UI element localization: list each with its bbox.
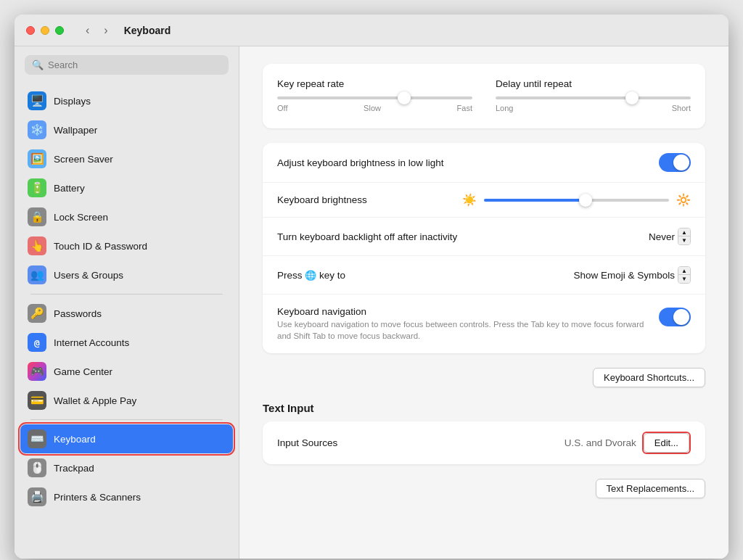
lock-screen-icon: 🔒 <box>28 207 46 226</box>
text-replacements-button[interactable]: Text Replacements... <box>596 479 705 498</box>
fullscreen-button[interactable] <box>55 26 64 35</box>
stepper-up[interactable]: ▲ <box>678 228 690 236</box>
sidebar-item-internet-accounts[interactable]: @ Internet Accounts <box>20 328 233 357</box>
wallpaper-icon: ❄️ <box>28 120 46 139</box>
key-repeat-slow: Slow <box>364 104 381 112</box>
keyboard-brightness-label: Keyboard brightness <box>277 194 462 205</box>
text-input-section: Text Input Input Sources U.S. and Dvorak… <box>263 402 705 498</box>
sidebar-item-wallet-pay[interactable]: 💳 Wallet & Apple Pay <box>20 386 233 415</box>
input-sources-row: Input Sources U.S. and Dvorak Edit... <box>263 421 705 464</box>
backlight-off-label: Turn keyboard backlight off after inacti… <box>277 231 649 242</box>
keyboard-icon: ⌨️ <box>28 429 46 448</box>
delay-short: Short <box>672 104 691 112</box>
edit-button-wrapper: Edit... <box>642 432 691 454</box>
input-sources-value: U.S. and Dvorak <box>565 437 636 448</box>
navigation-buttons: ‹ › <box>81 22 112 38</box>
press-key-label: Press 🌐 key to <box>277 270 573 281</box>
battery-label: Battery <box>54 183 85 194</box>
touch-id-icon: 👆 <box>28 236 46 255</box>
sliders-section: Key repeat rate Off Slow Fast Delay unti… <box>263 64 705 128</box>
sidebar-item-screen-saver[interactable]: 🖼️ Screen Saver <box>20 144 233 173</box>
internet-accounts-icon: @ <box>28 333 46 352</box>
text-input-card: Input Sources U.S. and Dvorak Edit... <box>263 421 705 464</box>
close-button[interactable] <box>26 26 35 35</box>
delay-repeat-container: Delay until repeat Long Short <box>496 78 691 112</box>
search-input[interactable] <box>48 59 221 70</box>
keyboard-navigation-toggle[interactable] <box>659 308 691 326</box>
key-repeat-labels: Off Slow Fast <box>277 104 472 112</box>
keyboard-label: Keyboard <box>54 434 96 445</box>
delay-repeat-label: Delay until repeat <box>496 78 691 89</box>
sidebar-item-battery[interactable]: 🔋 Battery <box>20 173 233 202</box>
stepper-down[interactable]: ▼ <box>678 236 690 244</box>
printers-icon: 🖨️ <box>28 487 46 506</box>
press-key-stepper-up[interactable]: ▲ <box>678 267 690 275</box>
brightness-thumb[interactable] <box>579 194 592 207</box>
delay-long: Long <box>496 104 513 112</box>
adjust-brightness-row: Adjust keyboard brightness in low light <box>263 143 705 183</box>
keyboard-settings-card: Adjust keyboard brightness in low light … <box>263 143 705 353</box>
keyboard-navigation-content: Keyboard navigation Use keyboard navigat… <box>277 306 659 342</box>
minimize-button[interactable] <box>41 26 49 35</box>
text-replacements-row: Text Replacements... <box>263 479 705 498</box>
brightness-high-icon: 🔆 <box>676 193 691 207</box>
text-input-title: Text Input <box>263 402 705 414</box>
sidebar-item-displays[interactable]: 🖥️ Displays <box>20 86 233 115</box>
forward-arrow[interactable]: › <box>99 22 112 38</box>
press-key-stepper-down[interactable]: ▼ <box>678 275 690 283</box>
touch-id-label: Touch ID & Password <box>54 241 147 252</box>
sidebar-item-keyboard[interactable]: ⌨️ Keyboard <box>20 424 233 453</box>
key-repeat-track[interactable] <box>277 96 472 99</box>
keyboard-brightness-row: Keyboard brightness ☀️ 🔆 <box>263 183 705 218</box>
users-groups-label: Users & Groups <box>54 270 123 281</box>
delay-repeat-labels: Long Short <box>496 104 691 112</box>
sidebar-separator-1 <box>30 294 223 295</box>
displays-label: Displays <box>54 96 91 107</box>
press-key-stepper[interactable]: ▲ ▼ <box>678 266 691 284</box>
edit-button[interactable]: Edit... <box>644 433 689 453</box>
keyboard-shortcuts-row: Keyboard Shortcuts... <box>263 368 705 387</box>
backlight-off-row: Turn keyboard backlight off after inacti… <box>263 218 705 256</box>
key-repeat-thumb[interactable] <box>398 91 411 104</box>
back-arrow[interactable]: ‹ <box>81 22 94 38</box>
wallet-label: Wallet & Apple Pay <box>54 395 136 406</box>
brightness-low-icon: ☀️ <box>462 193 477 207</box>
backlight-off-value[interactable]: Never ▲ ▼ <box>649 228 691 245</box>
sidebar-separator-2 <box>30 419 223 420</box>
delay-repeat-thumb[interactable] <box>625 91 639 104</box>
sidebar-item-trackpad[interactable]: 🖱️ Trackpad <box>20 453 233 482</box>
sidebar-item-passwords[interactable]: 🔑 Passwords <box>20 299 233 328</box>
wallpaper-label: Wallpaper <box>54 125 97 136</box>
adjust-brightness-toggle[interactable] <box>659 153 691 172</box>
sidebar-item-touch-id[interactable]: 👆 Touch ID & Password <box>20 231 233 260</box>
sidebar-item-game-center[interactable]: 🎮 Game Center <box>20 357 233 386</box>
key-repeat-label: Key repeat rate <box>277 78 472 89</box>
trackpad-icon: 🖱️ <box>28 458 46 477</box>
press-key-value[interactable]: Show Emoji & Symbols ▲ ▼ <box>573 266 691 284</box>
screen-saver-label: Screen Saver <box>54 154 113 165</box>
keyboard-shortcuts-button[interactable]: Keyboard Shortcuts... <box>593 368 705 387</box>
titlebar: ‹ › Keyboard <box>15 15 728 46</box>
wallet-icon: 💳 <box>28 391 46 410</box>
keyboard-navigation-description: Use keyboard navigation to move focus be… <box>277 318 659 342</box>
printers-label: Printers & Scanners <box>54 492 141 503</box>
search-bar[interactable]: 🔍 <box>25 55 229 75</box>
sidebar-item-wallpaper[interactable]: ❄️ Wallpaper <box>20 115 233 144</box>
brightness-slider-track[interactable] <box>484 199 669 202</box>
keyboard-nav-toggle-thumb <box>673 309 689 325</box>
sidebar-item-lock-screen[interactable]: 🔒 Lock Screen <box>20 202 233 231</box>
delay-repeat-track[interactable] <box>496 96 691 99</box>
sidebar-item-users-groups[interactable]: 👥 Users & Groups <box>20 260 233 289</box>
displays-icon: 🖥️ <box>28 91 46 110</box>
internet-accounts-label: Internet Accounts <box>54 337 129 348</box>
adjust-brightness-label: Adjust keyboard brightness in low light <box>277 157 659 168</box>
keyboard-navigation-row: Keyboard navigation Use keyboard navigat… <box>263 295 705 353</box>
slider-group: Key repeat rate Off Slow Fast Delay unti… <box>277 78 691 112</box>
press-key-text: Show Emoji & Symbols <box>573 270 675 281</box>
backlight-off-stepper[interactable]: ▲ ▼ <box>678 228 691 245</box>
sidebar-item-printers[interactable]: 🖨️ Printers & Scanners <box>20 482 233 511</box>
passwords-label: Passwords <box>54 308 102 319</box>
passwords-icon: 🔑 <box>28 304 46 323</box>
key-repeat-off: Off <box>277 104 287 112</box>
trackpad-label: Trackpad <box>54 463 94 474</box>
